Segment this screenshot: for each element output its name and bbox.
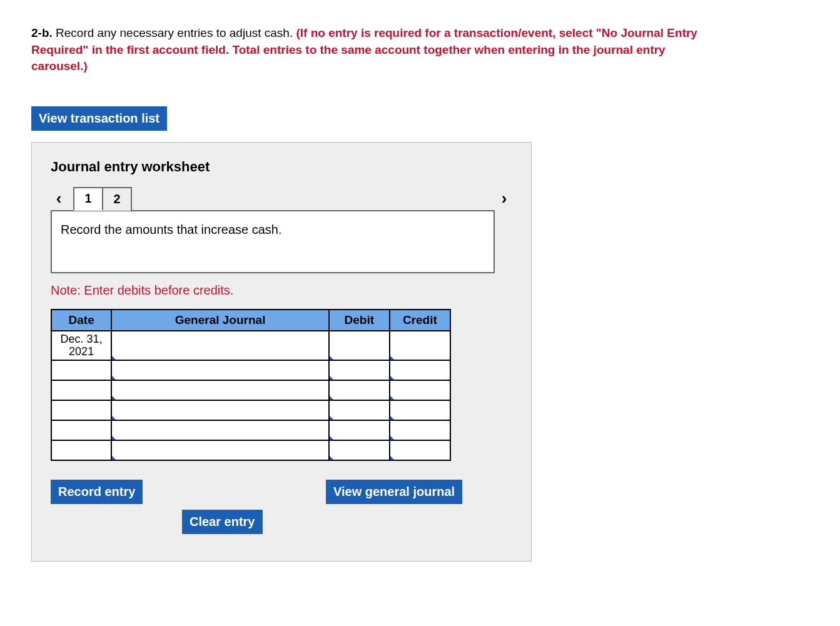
cell-general-journal[interactable]: [111, 420, 329, 440]
carousel-nav: ‹ 1 2 ›: [51, 186, 512, 211]
cell-credit[interactable]: [390, 331, 450, 361]
cell-date[interactable]: Dec. 31, 2021: [51, 331, 111, 361]
cell-general-journal[interactable]: [111, 440, 329, 460]
journal-table: Date General Journal Debit Credit Dec. 3…: [51, 309, 451, 462]
cell-credit[interactable]: [390, 380, 450, 400]
header-credit: Credit: [390, 310, 450, 331]
tab-1[interactable]: 1: [73, 187, 103, 211]
clear-entry-button[interactable]: Clear entry: [182, 510, 263, 534]
cell-date[interactable]: [51, 380, 111, 400]
tab-strip: 1 2: [73, 187, 132, 211]
action-buttons-row: Record entry View general journal Clear …: [51, 480, 512, 536]
instruction-prefix: 2-b.: [31, 26, 53, 39]
cell-date[interactable]: [51, 440, 111, 460]
cell-date[interactable]: [51, 400, 111, 420]
cell-credit[interactable]: [390, 360, 450, 380]
entry-prompt: Record the amounts that increase cash.: [51, 210, 495, 273]
table-row: [51, 420, 450, 440]
cell-date[interactable]: [51, 360, 111, 380]
cell-general-journal[interactable]: [111, 360, 329, 380]
table-row: [51, 360, 450, 380]
cell-debit[interactable]: [329, 440, 390, 460]
table-row: Dec. 31, 2021: [51, 331, 450, 361]
header-general-journal: General Journal: [111, 310, 329, 331]
chevron-right-icon[interactable]: ›: [496, 189, 512, 208]
table-row: [51, 400, 450, 420]
cell-date[interactable]: [51, 420, 111, 440]
journal-entry-worksheet-panel: Journal entry worksheet ‹ 1 2 › Record t…: [31, 142, 532, 562]
cell-debit[interactable]: [329, 331, 390, 361]
cell-debit[interactable]: [329, 380, 390, 400]
instruction-text: 2-b. Record any necessary entries to adj…: [31, 25, 707, 75]
worksheet-title: Journal entry worksheet: [51, 159, 512, 175]
header-date: Date: [51, 310, 111, 331]
cell-credit[interactable]: [390, 400, 450, 420]
cell-debit[interactable]: [329, 420, 390, 440]
debits-before-credits-note: Note: Enter debits before credits.: [51, 283, 512, 298]
tab-2[interactable]: 2: [102, 187, 132, 211]
cell-debit[interactable]: [329, 400, 390, 420]
cell-debit[interactable]: [329, 360, 390, 380]
cell-general-journal[interactable]: [111, 331, 329, 361]
view-general-journal-button[interactable]: View general journal: [326, 480, 462, 504]
table-row: [51, 440, 450, 460]
instruction-black: Record any necessary entries to adjust c…: [53, 26, 296, 39]
view-transaction-list-button[interactable]: View transaction list: [31, 106, 167, 131]
cell-general-journal[interactable]: [111, 400, 329, 420]
header-debit: Debit: [329, 310, 390, 331]
record-entry-button[interactable]: Record entry: [51, 480, 143, 504]
journal-tbody: Dec. 31, 2021: [51, 331, 450, 461]
cell-credit[interactable]: [390, 420, 450, 440]
chevron-left-icon[interactable]: ‹: [51, 189, 67, 208]
cell-general-journal[interactable]: [111, 380, 329, 400]
cell-credit[interactable]: [390, 440, 450, 460]
table-row: [51, 380, 450, 400]
